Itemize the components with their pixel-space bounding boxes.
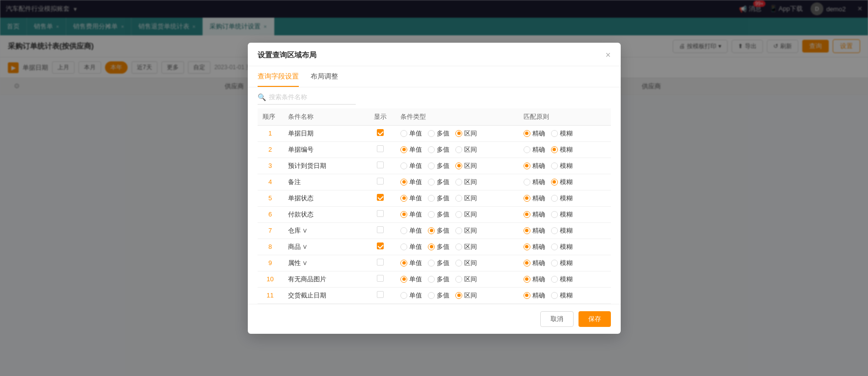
search-input-wrap: 🔍 [258,93,356,96]
modal-tab-layout[interactable]: 布局调整 [311,72,338,87]
search-icon: 🔍 [258,93,266,96]
settings-modal: 设置查询区域布局 × 查询字段设置 布局调整 🔍 顺序 [248,43,621,96]
modal-close-button[interactable]: × [605,51,611,59]
modal-overlay: 设置查询区域布局 × 查询字段设置 布局调整 🔍 顺序 [0,0,868,95]
modal-tabs: 查询字段设置 布局调整 [248,66,621,87]
search-input[interactable] [269,93,347,95]
modal-header: 设置查询区域布局 × [248,43,621,66]
modal-tab-query-fields[interactable]: 查询字段设置 [258,72,299,87]
modal-search-area: 🔍 [248,87,621,96]
modal-title: 设置查询区域布局 [258,51,316,60]
